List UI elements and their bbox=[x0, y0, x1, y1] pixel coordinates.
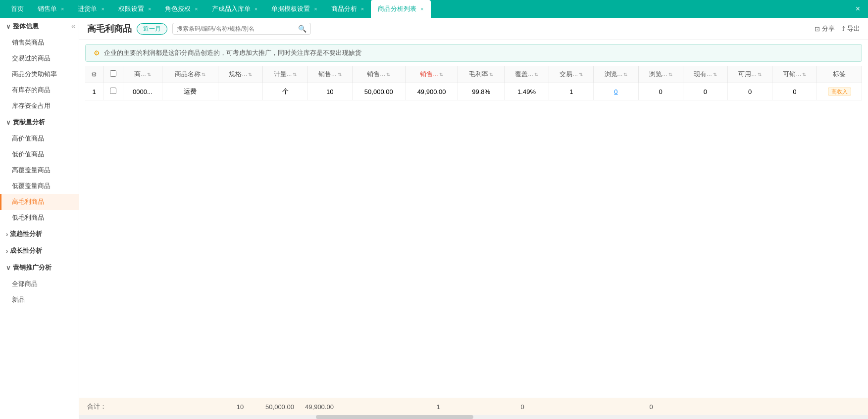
chevron-down-icon: ∨ bbox=[6, 264, 11, 272]
sidebar-item-category-rate[interactable]: 商品分类助销率 bbox=[0, 66, 79, 82]
cell-sales-cost: 49,900.00 bbox=[405, 83, 458, 100]
sidebar-group-overall[interactable]: ∨ 整体信息 bbox=[0, 18, 79, 35]
search-icon[interactable]: 🔍 bbox=[298, 25, 306, 33]
col-checkbox[interactable] bbox=[103, 66, 123, 83]
sidebar-item-low-margin[interactable]: 低毛利商品 bbox=[0, 210, 79, 226]
share-icon: ⊡ bbox=[815, 25, 820, 33]
content-header: 高毛利商品 近一月 🔍 ⊡ 分享 ⤴ 导出 bbox=[79, 18, 868, 40]
product-table: ⚙ 商...⇅ 商品名称⇅ 规格...⇅ 计量...⇅ 销售...⇅ 销售...… bbox=[85, 66, 862, 100]
close-icon[interactable]: × bbox=[420, 6, 423, 12]
close-icon[interactable]: × bbox=[148, 6, 151, 12]
cell-tag: 高收入 bbox=[817, 83, 862, 100]
nav-tab-home[interactable]: 首页 bbox=[4, 0, 31, 18]
sidebar-item-new-goods[interactable]: 新品 bbox=[0, 292, 79, 308]
export-button[interactable]: ⤴ 导出 bbox=[842, 24, 860, 33]
col-tag[interactable]: 标签 bbox=[817, 66, 862, 83]
sidebar-collapse-button[interactable]: « bbox=[71, 22, 76, 31]
sidebar-item-sales-goods[interactable]: 销售类商品 bbox=[0, 35, 79, 50]
cell-gross-rate: 99.8% bbox=[458, 83, 504, 100]
sidebar-item-high-value[interactable]: 高价值商品 bbox=[0, 131, 79, 146]
sidebar-group-growth[interactable]: › 成长性分析 bbox=[0, 242, 79, 259]
info-icon: ⚙ bbox=[94, 49, 100, 57]
nav-tab-role[interactable]: 角色授权 × bbox=[158, 0, 204, 18]
col-gross-rate[interactable]: 毛利率⇅ bbox=[458, 66, 504, 83]
chevron-right-icon: › bbox=[6, 231, 8, 238]
col-sales-amount[interactable]: 销售...⇅ bbox=[352, 66, 405, 83]
close-icon[interactable]: × bbox=[255, 6, 257, 12]
export-icon: ⤴ bbox=[842, 25, 845, 33]
sidebar-item-high-margin[interactable]: 高毛利商品 bbox=[0, 194, 79, 210]
row-checkbox[interactable] bbox=[110, 88, 116, 94]
col-spec[interactable]: 规格...⇅ bbox=[218, 66, 263, 83]
table-container[interactable]: ⚙ 商...⇅ 商品名称⇅ 规格...⇅ 计量...⇅ 销售...⇅ 销售...… bbox=[79, 66, 868, 398]
filter-recent-month-button[interactable]: 近一月 bbox=[137, 23, 167, 35]
sidebar-group-marketing[interactable]: ∨ 营销推广分析 bbox=[0, 259, 79, 276]
col-settings[interactable]: ⚙ bbox=[85, 66, 103, 83]
search-box: 🔍 bbox=[172, 23, 311, 35]
footer-sales-qty: 10 bbox=[225, 403, 255, 411]
info-banner: ⚙ 企业的主要的利润都是这部分商品创造的，可考虑加大推广，同时关注库存是不要出现… bbox=[85, 44, 862, 62]
cell-coverage: 1.49% bbox=[504, 83, 549, 100]
share-button[interactable]: ⊡ 分享 bbox=[815, 24, 835, 33]
col-unit[interactable]: 计量...⇅ bbox=[263, 66, 307, 83]
col-stock-saleable[interactable]: 可销...⇅ bbox=[772, 66, 817, 83]
col-coverage[interactable]: 覆盖...⇅ bbox=[504, 66, 549, 83]
search-input[interactable] bbox=[177, 25, 295, 32]
cell-sales-qty: 10 bbox=[307, 83, 352, 100]
sidebar-item-traded-goods[interactable]: 交易过的商品 bbox=[0, 50, 79, 66]
sidebar-group-contribution[interactable]: ∨ 贡献量分析 bbox=[0, 114, 79, 131]
col-views1[interactable]: 浏览...⇅ bbox=[594, 66, 638, 83]
chevron-down-icon: ∨ bbox=[6, 119, 11, 126]
sidebar-item-stock-capital[interactable]: 库存资金占用 bbox=[0, 98, 79, 114]
cell-code: 0000... bbox=[123, 83, 162, 100]
col-transactions[interactable]: 交易...⇅ bbox=[549, 66, 594, 83]
scrollbar-thumb[interactable] bbox=[316, 415, 474, 419]
footer-sales-amount: 50,000.00 bbox=[265, 403, 295, 411]
sidebar-item-stocked-goods[interactable]: 有库存的商品 bbox=[0, 82, 79, 98]
cell-stock-available: 0 bbox=[728, 83, 772, 100]
nav-tab-template[interactable]: 单据模板设置 × bbox=[264, 0, 324, 18]
close-icon[interactable]: × bbox=[101, 6, 104, 12]
col-sales-qty[interactable]: 销售...⇅ bbox=[307, 66, 352, 83]
close-icon[interactable]: × bbox=[314, 6, 317, 12]
chevron-right-icon: › bbox=[6, 247, 8, 255]
close-icon[interactable]: × bbox=[195, 6, 198, 12]
cell-checkbox[interactable] bbox=[103, 83, 123, 100]
sidebar-item-low-coverage[interactable]: 低覆盖量商品 bbox=[0, 178, 79, 194]
table-row: 1 0000... 运费 个 10 50,000.00 49,900.00 99… bbox=[85, 83, 862, 100]
col-stock-available[interactable]: 可用...⇅ bbox=[728, 66, 772, 83]
nav-tab-permission[interactable]: 权限设置 × bbox=[111, 0, 158, 18]
cell-stock-saleable: 0 bbox=[772, 83, 817, 100]
nav-tab-sales[interactable]: 销售单 × bbox=[31, 0, 71, 18]
sidebar-item-high-coverage[interactable]: 高覆盖量商品 bbox=[0, 162, 79, 178]
top-navigation: 首页 销售单 × 进货单 × 权限设置 × 角色授权 × 产成品入库单 × 单据… bbox=[0, 0, 868, 18]
nav-tab-analysis[interactable]: 商品分析 × bbox=[324, 0, 371, 18]
table-footer: 合计： 10 50,000.00 49,900.00 1 0 0 bbox=[79, 398, 868, 415]
page-title: 高毛利商品 bbox=[87, 23, 132, 35]
cell-name: 运费 bbox=[162, 83, 218, 100]
horizontal-scrollbar[interactable] bbox=[79, 415, 868, 419]
sidebar-item-low-value[interactable]: 低价值商品 bbox=[0, 146, 79, 162]
cell-stock-current: 0 bbox=[683, 83, 727, 100]
footer-views2: 0 bbox=[508, 403, 537, 411]
col-stock-current[interactable]: 现有...⇅ bbox=[683, 66, 727, 83]
nav-tab-purchase[interactable]: 进货单 × bbox=[71, 0, 111, 18]
close-all-tabs[interactable]: × bbox=[852, 4, 864, 13]
col-name[interactable]: 商品名称⇅ bbox=[162, 66, 218, 83]
nav-tab-product-in[interactable]: 产成品入库单 × bbox=[205, 0, 264, 18]
select-all-checkbox[interactable] bbox=[110, 70, 116, 77]
footer-stock-saleable: 0 bbox=[636, 403, 666, 411]
footer-transactions: 1 bbox=[423, 403, 453, 411]
chevron-down-icon: ∨ bbox=[6, 23, 11, 30]
col-code[interactable]: 商...⇅ bbox=[123, 66, 162, 83]
cell-views1[interactable]: 0 bbox=[594, 83, 638, 100]
nav-tab-analysis-list[interactable]: 商品分析列表 × bbox=[371, 0, 430, 18]
footer-label: 合计： bbox=[87, 402, 106, 411]
sidebar-group-trend[interactable]: › 流趋性分析 bbox=[0, 226, 79, 242]
close-icon[interactable]: × bbox=[361, 6, 364, 12]
cell-spec bbox=[218, 83, 263, 100]
sidebar-item-all-goods[interactable]: 全部商品 bbox=[0, 276, 79, 292]
col-views2[interactable]: 浏览...⇅ bbox=[638, 66, 683, 83]
close-icon[interactable]: × bbox=[61, 6, 64, 12]
col-sales-cost[interactable]: 销售...⇅ bbox=[405, 66, 458, 83]
